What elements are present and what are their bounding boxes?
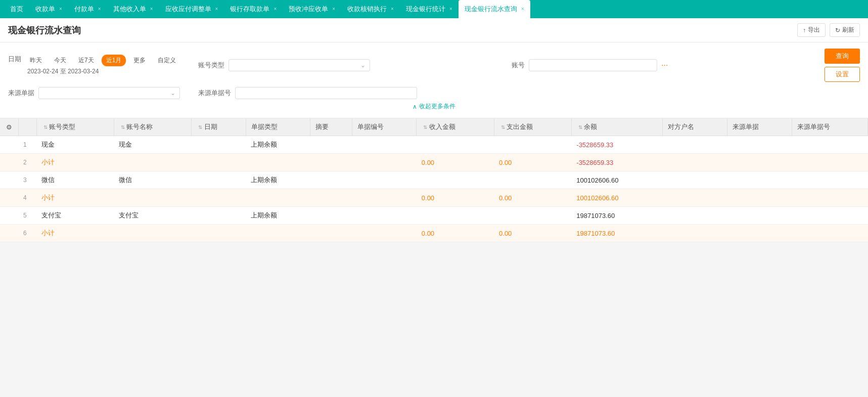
account-input[interactable]	[529, 59, 658, 71]
source-doc-select[interactable]: ⌄	[38, 87, 180, 99]
close-cash-stat-icon[interactable]: ×	[449, 0, 452, 18]
row-income	[417, 207, 494, 225]
nav-cash-stat[interactable]: 现金银行统计 ×	[400, 0, 459, 18]
header-actions: ↑ 导出 ↻ 刷新	[797, 23, 860, 37]
row-income: 0.00	[417, 154, 494, 171]
page-title: 现金银行流水查询	[8, 24, 81, 36]
row-source-doc-no	[792, 225, 867, 242]
row-summary	[310, 171, 352, 189]
row-source-doc-no	[792, 189, 867, 207]
date-7days[interactable]: 近7天	[74, 55, 99, 66]
date-custom[interactable]: 自定义	[153, 55, 180, 66]
column-source-doc-no: 来源单据号	[792, 118, 867, 136]
column-balance[interactable]: ⇅ 余额	[571, 118, 662, 136]
table-row: 3 微信 微信 上期余额 100102606.60	[0, 171, 868, 189]
refresh-icon: ↻	[835, 27, 840, 34]
sort-account-type-icon: ⇅	[43, 124, 48, 130]
table-row: 2 小计 0.00 0.00 -3528659.33	[0, 154, 868, 171]
account-type-select[interactable]: ⌄	[229, 59, 370, 71]
nav-ap-adjust[interactable]: 应收应付调整单 ×	[159, 0, 224, 18]
nav-verify[interactable]: 收款核销执行 ×	[341, 0, 400, 18]
nav-bank-deposit[interactable]: 银行存取款单 ×	[224, 0, 283, 18]
close-verify-icon[interactable]: ×	[391, 0, 394, 18]
row-number: 1	[18, 136, 36, 154]
row-account-name: 微信	[114, 171, 191, 189]
data-table: ⚙ ⇅ 账号类型 ⇅ 账号名称 ⇅ 日期 单据类型	[0, 118, 868, 242]
row-source-doc	[727, 154, 792, 171]
date-today[interactable]: 今天	[50, 55, 71, 66]
row-summary	[310, 189, 352, 207]
close-ap-adjust-icon[interactable]: ×	[215, 0, 218, 18]
source-doc-label: 来源单据	[8, 89, 34, 98]
row-income	[417, 136, 494, 154]
column-income[interactable]: ⇅ 收入金额	[417, 118, 494, 136]
row-summary	[310, 136, 352, 154]
row-date	[192, 171, 246, 189]
close-receipt-icon[interactable]: ×	[59, 0, 62, 18]
date-range-display: 2023-02-24 至 2023-03-24	[27, 67, 180, 76]
source-doc-num-input[interactable]	[235, 87, 417, 99]
column-account-name[interactable]: ⇅ 账号名称	[114, 118, 191, 136]
table-header-row: ⚙ ⇅ 账号类型 ⇅ 账号名称 ⇅ 日期 单据类型	[0, 118, 868, 136]
row-date	[192, 225, 246, 242]
close-other-income-icon[interactable]: ×	[150, 0, 153, 18]
date-yesterday[interactable]: 昨天	[25, 55, 47, 66]
sort-balance-icon: ⇅	[578, 124, 582, 130]
column-source-doc: 来源单据	[727, 118, 792, 136]
column-doc-type: 单据类型	[246, 118, 310, 136]
row-doc-type	[246, 189, 310, 207]
row-source-doc	[727, 225, 792, 242]
date-1month[interactable]: 近1月	[102, 55, 126, 66]
row-gear-cell	[0, 171, 18, 189]
nav-other-income[interactable]: 其他收入单 ×	[107, 0, 159, 18]
row-balance: 19871073.60	[571, 225, 662, 242]
row-balance: -3528659.33	[571, 136, 662, 154]
export-button[interactable]: ↑ 导出	[797, 23, 826, 37]
row-expense: 0.00	[494, 189, 571, 207]
row-gear-cell	[0, 154, 18, 171]
query-button[interactable]: 查询	[825, 49, 860, 64]
nav-receipt[interactable]: 收款单 ×	[29, 0, 68, 18]
row-account-type: 小计	[36, 154, 114, 171]
row-doc-no	[352, 154, 417, 171]
nav-cash-flow[interactable]: 现金银行流水查询 ×	[459, 0, 530, 18]
column-expense[interactable]: ⇅ 支出金额	[494, 118, 571, 136]
row-gear-cell	[0, 207, 18, 225]
row-balance: -3528659.33	[571, 154, 662, 171]
account-type-label: 账号类型	[198, 61, 224, 70]
date-label: 日期	[8, 55, 21, 64]
sort-account-name-icon: ⇅	[121, 124, 125, 130]
settings-button[interactable]: 设置	[825, 67, 860, 82]
close-payment-icon[interactable]: ×	[98, 0, 101, 18]
account-ellipsis-button[interactable]: ···	[659, 61, 670, 70]
column-gear[interactable]: ⚙	[0, 118, 18, 136]
column-date[interactable]: ⇅ 日期	[192, 118, 246, 136]
row-date	[192, 207, 246, 225]
row-gear-cell	[0, 189, 18, 207]
table-row: 6 小计 0.00 0.00 19871073.60	[0, 225, 868, 242]
collapse-bar[interactable]: ∧ 收起更多条件	[8, 99, 860, 112]
row-gear-cell	[0, 225, 18, 242]
date-more[interactable]: 更多	[129, 55, 150, 66]
row-number: 5	[18, 207, 36, 225]
nav-home[interactable]: 首页	[4, 0, 29, 18]
row-account-name	[114, 189, 191, 207]
row-expense	[494, 171, 571, 189]
nav-payment[interactable]: 付款单 ×	[68, 0, 107, 18]
close-prepay-icon[interactable]: ×	[332, 0, 335, 18]
gear-icon: ⚙	[6, 123, 12, 131]
nav-prepay[interactable]: 预收冲应收单 ×	[283, 0, 341, 18]
column-row-num	[18, 118, 36, 136]
row-account-type: 微信	[36, 171, 114, 189]
row-balance: 100102606.60	[571, 171, 662, 189]
row-expense: 0.00	[494, 154, 571, 171]
row-counterpart	[663, 154, 727, 171]
refresh-button[interactable]: ↻ 刷新	[830, 23, 860, 37]
row-expense: 0.00	[494, 225, 571, 242]
close-bank-deposit-icon[interactable]: ×	[273, 0, 277, 18]
close-cash-flow-icon[interactable]: ×	[521, 0, 524, 18]
row-income: 0.00	[417, 225, 494, 242]
row-date	[192, 189, 246, 207]
column-account-type[interactable]: ⇅ 账号类型	[36, 118, 114, 136]
row-doc-type	[246, 154, 310, 171]
